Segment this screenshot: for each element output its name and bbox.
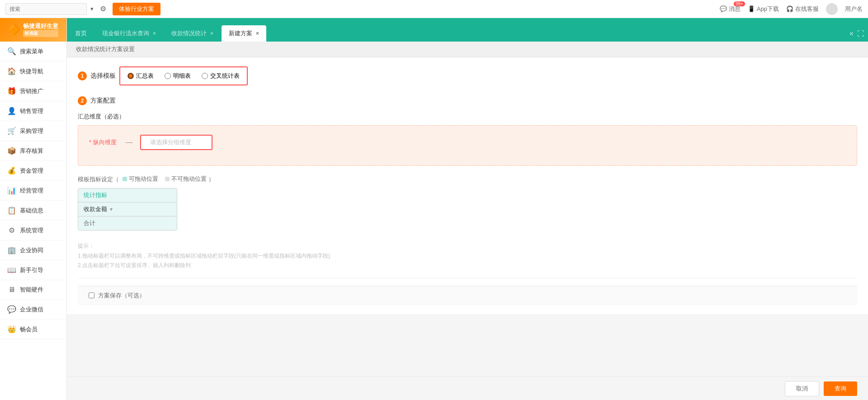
user-name: 用户名 (845, 5, 863, 13)
settings-icon[interactable]: ⚙ (97, 3, 109, 15)
logo-name: 畅捷通好生意 (23, 23, 58, 30)
online-service-button[interactable]: 🎧 在线客服 (786, 5, 819, 13)
sidebar-item-label: 智能硬件 (20, 286, 43, 294)
online-service-label: 在线客服 (795, 5, 819, 13)
indicator-table-header: 统计指标 (78, 188, 177, 202)
indicator-table: 统计指标 收款金额 ▾ 合计 (78, 188, 177, 231)
sidebar-item-guide[interactable]: 📖 新手引导 (0, 260, 66, 280)
dimension-select[interactable]: 请选择分组维度 (140, 135, 212, 150)
sidebar-item-purchase[interactable]: 🛒 采购管理 (0, 121, 66, 141)
radio-cross[interactable]: 交叉统计表 (202, 72, 240, 80)
crown-icon: 👑 (7, 325, 16, 334)
radio-detail-input[interactable] (165, 73, 171, 79)
tab-collection-stats-label: 收款情况统计 (171, 29, 207, 38)
sidebar-item-basic-info[interactable]: 📋 基础信息 (0, 201, 66, 221)
dimension-title: 汇总维度（必选） (78, 113, 857, 121)
radio-summary[interactable]: 汇总表 (127, 72, 154, 80)
section2-header: 2 方案配置 (78, 96, 857, 105)
sidebar-item-marketing[interactable]: 🎁 营销推广 (0, 81, 66, 101)
indicator-row-2: 合计 (78, 216, 177, 230)
logo: 🔶 畅捷通好生意 标准版 (0, 18, 66, 42)
top-bar-right: 💬 消息 99+ 📱 App下载 🎧 在线客服 用户名 (720, 3, 863, 15)
sidebar-item-label: 企业微信 (20, 306, 43, 314)
divider (78, 278, 857, 278)
sidebar-item-hardware[interactable]: 🖥 智能硬件 (0, 280, 66, 300)
close-window-icon[interactable]: × (849, 30, 854, 38)
tab-close-icon[interactable]: × (256, 30, 259, 37)
dropdown-arrow[interactable]: ▾ (90, 5, 94, 12)
top-bar: ▾ ⚙ 体验行业方案 💬 消息 99+ 📱 App下载 🎧 在线客服 用户名 (0, 0, 868, 18)
tab-collection-stats[interactable]: 收款情况统计 × (164, 25, 221, 42)
message-badge: 99+ (734, 1, 745, 6)
radio-summary-label: 汇总表 (136, 72, 154, 80)
money-icon: 💰 (7, 166, 16, 175)
section2-title: 方案配置 (90, 97, 116, 105)
indicator-label-end: ） (208, 176, 214, 183)
indicator-row-1[interactable]: 收款金额 ▾ (78, 202, 177, 216)
chevron-down-icon: ▾ (90, 5, 94, 12)
tab-close-icon[interactable]: × (153, 30, 156, 37)
sidebar-item-wechat[interactable]: 💬 企业微信 (0, 300, 66, 320)
radio-cross-input[interactable] (202, 73, 208, 79)
trial-button[interactable]: 体验行业方案 (113, 3, 160, 15)
legend-movable-dot (123, 177, 127, 181)
legend-unmovable-label: 不可拖动位置 (171, 175, 207, 183)
sidebar-item-system[interactable]: ⚙ 系统管理 (0, 221, 66, 240)
sales-icon: 👤 (7, 107, 16, 115)
sidebar-item-label: 快捷导航 (20, 67, 43, 75)
sidebar-item-enterprise[interactable]: 🏢 企业协同 (0, 240, 66, 260)
sidebar-item-label: 企业协同 (20, 246, 43, 254)
monitor-icon: 🖥 (7, 286, 16, 294)
app-download-button[interactable]: 📱 App下载 (748, 5, 779, 13)
sidebar-item-member[interactable]: 👑 畅会员 (0, 320, 66, 339)
radio-cross-label: 交叉统计表 (210, 72, 240, 80)
box-icon: 📦 (7, 146, 16, 155)
sidebar-item-operations[interactable]: 📊 经营管理 (0, 181, 66, 201)
section1-num: 1 (78, 71, 87, 80)
tab-bank-flow-label: 现金银行流水查询 (102, 29, 149, 38)
search-input[interactable] (5, 3, 87, 15)
sidebar-item-quick-nav[interactable]: 🏠 快捷导航 (0, 61, 66, 81)
tab-bar: 首页 现金银行流水查询 × 收款情况统计 × 新建方案 × × ⛶ (67, 18, 868, 42)
sidebar-item-sales[interactable]: 👤 销售管理 (0, 101, 66, 121)
query-button[interactable]: 查询 (824, 381, 857, 396)
cancel-button[interactable]: 取消 (785, 381, 819, 396)
download-icon: 📱 (748, 5, 755, 12)
service-icon: 🎧 (786, 5, 793, 12)
sidebar-item-label: 采购管理 (20, 127, 43, 135)
gear-icon: ⚙ (7, 226, 16, 235)
maximize-icon[interactable]: ⛶ (857, 30, 864, 38)
sidebar-item-label: 销售管理 (20, 107, 43, 115)
tab-bank-flow[interactable]: 现金银行流水查询 × (95, 25, 163, 42)
dimension-select-placeholder: 请选择分组维度 (150, 139, 191, 146)
save-section: 方案保存（可选） (78, 286, 857, 305)
indicator-dropdown-icon[interactable]: ▾ (110, 206, 113, 212)
sidebar-item-inventory[interactable]: 📦 库存核算 (0, 141, 66, 161)
tab-close-icon[interactable]: × (210, 30, 213, 37)
sidebar-item-label: 经营管理 (20, 187, 43, 195)
tab-home[interactable]: 首页 (68, 25, 94, 42)
chart-icon: 📊 (7, 186, 16, 195)
indicator-cell-2: 合计 (78, 216, 101, 230)
avatar[interactable] (826, 3, 838, 15)
radio-detail-label: 明细表 (173, 72, 191, 80)
sidebar-item-label: 库存核算 (20, 147, 43, 155)
sidebar-item-finance[interactable]: 💰 资金管理 (0, 161, 66, 181)
save-checkbox[interactable] (89, 292, 94, 298)
cart-icon: 🛒 (7, 127, 16, 135)
tips-title: 提示： (78, 241, 857, 251)
page-header: 收款情况统计方案设置 (67, 42, 868, 57)
section1-header: 1 选择模板 汇总表 明细表 (78, 66, 857, 85)
section1-title: 选择模板 (90, 72, 116, 80)
indicator-label-text: 模板指标设定（ (78, 176, 119, 183)
book-icon: 📖 (7, 266, 16, 274)
message-button[interactable]: 💬 消息 99+ (720, 5, 741, 13)
radio-summary-input[interactable] (127, 73, 134, 79)
sidebar-item-search[interactable]: 🔍 搜索菜单 (0, 42, 66, 61)
tab-new-plan[interactable]: 新建方案 × (222, 25, 266, 42)
tab-bar-actions: × ⛶ (849, 30, 868, 42)
radio-detail[interactable]: 明细表 (165, 72, 191, 80)
tips-area: 提示： 1.拖动标题栏可以调整布局，不可跨维度或指标区域拖动栏目字段(只能在同一… (78, 241, 857, 271)
dimension-area: * 纵向维度 — 请选择分组维度 (78, 125, 857, 166)
section2-num: 2 (78, 96, 87, 105)
